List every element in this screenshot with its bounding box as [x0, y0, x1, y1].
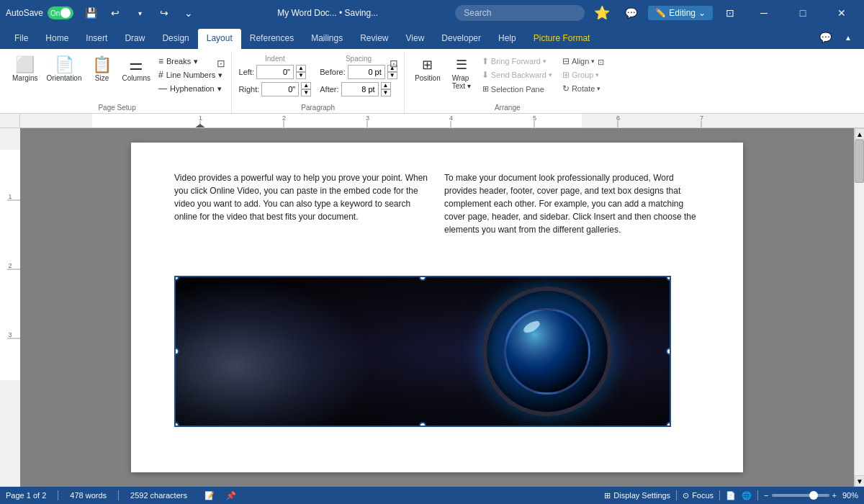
indent-right-up[interactable]: ▲ — [301, 82, 311, 89]
scroll-track[interactable] — [855, 140, 864, 475]
editing-chevron: ⌄ — [698, 8, 706, 18]
line-numbers-button[interactable]: # Line Numbers ▾ — [156, 68, 225, 81]
spacing-after-down[interactable]: ▼ — [381, 89, 391, 96]
main-area: 1 2 3 Video provides a powerful way to h… — [0, 128, 864, 487]
tab-references[interactable]: References — [241, 29, 302, 49]
spacing-before-down[interactable]: ▼ — [387, 72, 397, 79]
scroll-thumb[interactable] — [855, 140, 864, 183]
redo-icon[interactable]: ↪ — [153, 3, 176, 23]
tab-design[interactable]: Design — [153, 29, 197, 49]
zoom-thumb[interactable] — [809, 491, 818, 500]
indent-right-spinner[interactable]: ▲ ▼ — [301, 82, 311, 96]
close-button[interactable]: ✕ — [825, 0, 858, 26]
macro-icon[interactable]: 📌 — [226, 491, 236, 500]
rotate-button[interactable]: ↻ Rotate ▾ — [559, 82, 604, 95]
view-mode-print[interactable]: 📄 — [726, 491, 736, 500]
selection-handle-bottom-center[interactable] — [419, 422, 426, 427]
align-button[interactable]: ⊟ Align ▾ — [559, 55, 598, 68]
zoom-slider[interactable] — [772, 494, 829, 497]
orientation-button[interactable]: 📄 Orientation — [43, 55, 86, 84]
undo-dropdown-icon[interactable]: ▾ — [128, 3, 151, 23]
arrange-collapse-button[interactable]: ⊡ — [598, 58, 604, 67]
wrap-text-icon: ☰ — [456, 57, 467, 73]
tab-file[interactable]: File — [6, 29, 37, 49]
tab-home[interactable]: Home — [37, 29, 77, 49]
comments-icon[interactable]: 💬 — [619, 3, 642, 23]
indent-left-label: Left: — [239, 68, 254, 76]
paragraph-collapse-button[interactable]: ⊡ — [390, 58, 398, 69]
breaks-icon: ≡ — [158, 56, 163, 66]
word-count[interactable]: 478 words — [70, 491, 107, 500]
line-numbers-label: Line Numbers — [166, 71, 215, 79]
maximize-button[interactable]: □ — [786, 0, 819, 26]
indent-left-row: Left: ▲ ▼ — [239, 64, 312, 80]
page-info[interactable]: Page 1 of 2 — [6, 491, 46, 500]
indent-left-spinner[interactable]: ▲ ▼ — [296, 65, 306, 79]
indent-right-input[interactable] — [261, 82, 299, 96]
track-changes-icon[interactable]: 📝 — [204, 491, 215, 500]
focus-button[interactable]: ⊙ Focus — [683, 491, 714, 500]
position-button[interactable]: ⊞ Position — [410, 55, 445, 84]
page-setup-collapse-button[interactable]: ⊡ — [217, 58, 225, 69]
quick-access-more-icon[interactable]: ⌄ — [177, 3, 200, 23]
tab-picture-format[interactable]: Picture Format — [525, 29, 599, 49]
svg-text:3: 3 — [366, 114, 369, 122]
save-icon[interactable]: 💾 — [79, 3, 102, 23]
spacing-before-input[interactable] — [348, 65, 385, 79]
tab-view[interactable]: View — [397, 29, 433, 49]
view-mode-web[interactable]: 🌐 — [742, 491, 752, 500]
bring-forward-button[interactable]: ⬆ Bring Forward ▾ — [478, 55, 550, 68]
character-count[interactable]: 2592 characters — [130, 491, 187, 500]
margins-button[interactable]: ⬜ Margins — [9, 55, 42, 84]
selection-handle-bottom-left[interactable] — [174, 422, 179, 427]
scroll-up-button[interactable]: ▲ — [855, 128, 864, 140]
size-button[interactable]: 📋 Size — [87, 55, 117, 84]
restore-icon[interactable]: ⊡ — [719, 3, 742, 23]
hyphenation-button[interactable]: — Hyphenation ▾ — [156, 82, 225, 95]
breaks-button[interactable]: ≡ Breaks ▾ — [156, 55, 225, 68]
autosave-toggle[interactable]: On — [48, 6, 73, 19]
indent-left-up[interactable]: ▲ — [296, 65, 306, 72]
display-settings-button[interactable]: ⊞ Display Settings — [604, 491, 670, 500]
selection-pane-button[interactable]: ⊞ Selection Pane — [478, 82, 549, 96]
selection-handle-middle-right[interactable] — [666, 348, 671, 355]
undo-icon[interactable]: ↩ — [104, 3, 127, 23]
columns-button[interactable]: ⚌ Columns — [119, 55, 154, 84]
tab-help[interactable]: Help — [490, 29, 525, 49]
indent-left-down[interactable]: ▼ — [296, 72, 306, 79]
zoom-plus-button[interactable]: + — [832, 491, 837, 500]
selection-pane-row: ⊞ Selection Pane — [478, 82, 556, 96]
tab-insert[interactable]: Insert — [77, 29, 116, 49]
document-area[interactable]: Video provides a powerful way to help yo… — [20, 128, 854, 487]
paragraph-label: Paragraph — [301, 104, 335, 112]
collapse-ribbon-icon[interactable]: ▲ — [838, 29, 858, 46]
spacing-after-input[interactable] — [341, 82, 379, 96]
tab-mailings[interactable]: Mailings — [302, 29, 351, 49]
share-icon[interactable]: ⭐ — [590, 3, 613, 23]
vertical-scrollbar[interactable]: ▲ ▼ — [854, 128, 864, 487]
tab-draw[interactable]: Draw — [116, 29, 153, 49]
indent-right-down[interactable]: ▼ — [301, 89, 311, 96]
indent-left-input[interactable] — [256, 65, 294, 79]
wrap-text-button[interactable]: ☰ WrapText ▾ — [448, 55, 475, 92]
selection-handle-bottom-right[interactable] — [666, 422, 671, 427]
spacing-after-spinner[interactable]: ▲ ▼ — [381, 82, 391, 96]
selection-handle-top-right[interactable] — [666, 276, 671, 281]
comments-ribbon-icon[interactable]: 💬 — [815, 29, 835, 46]
group-button[interactable]: ⊞ Group ▾ — [559, 68, 603, 81]
scroll-down-button[interactable]: ▼ — [855, 475, 864, 487]
send-backward-button[interactable]: ⬇ Send Backward ▾ — [478, 68, 556, 81]
columns-icon: ⚌ — [129, 57, 143, 73]
zoom-minus-button[interactable]: − — [764, 491, 768, 500]
search-input[interactable] — [455, 5, 585, 21]
tab-developer[interactable]: Developer — [433, 29, 490, 49]
editing-button[interactable]: ✏️ Editing ⌄ — [648, 6, 713, 20]
bring-forward-icon: ⬆ — [482, 56, 489, 66]
spacing-after-up[interactable]: ▲ — [381, 82, 391, 89]
minimize-button[interactable]: ─ — [747, 0, 780, 26]
position-label: Position — [415, 74, 441, 82]
selected-image[interactable]: ↻ — [174, 276, 671, 427]
paragraph-right: To make your document look professionall… — [444, 171, 700, 236]
tab-review[interactable]: Review — [351, 29, 397, 49]
tab-layout[interactable]: Layout — [198, 29, 241, 49]
